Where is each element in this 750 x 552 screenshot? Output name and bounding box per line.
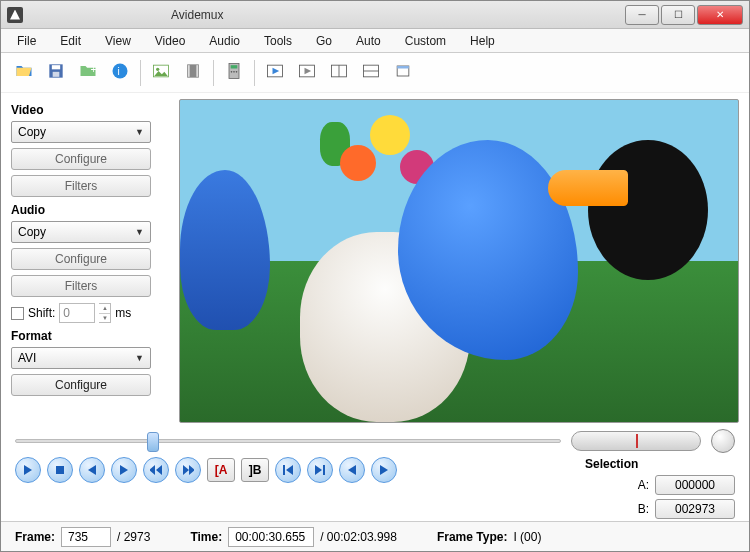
menu-view[interactable]: View <box>95 31 141 51</box>
top-preview-button[interactable] <box>356 58 386 88</box>
frame-total: / 2973 <box>117 530 150 544</box>
svg-rect-10 <box>196 65 198 77</box>
play-button[interactable] <box>15 457 41 483</box>
split-vertical-icon <box>329 61 349 84</box>
svg-rect-25 <box>283 465 285 475</box>
time-label: Time: <box>190 530 222 544</box>
titlebar: Avidemux ─ ☐ ✕ <box>1 1 749 29</box>
picture-save-icon <box>151 61 171 84</box>
svg-text:+: + <box>91 64 97 75</box>
format-value: AVI <box>18 351 36 365</box>
info-icon: i <box>110 61 130 84</box>
video-configure-button[interactable]: Configure <box>11 148 151 170</box>
selection-a-value[interactable]: 000000 <box>655 475 735 495</box>
save-image-button[interactable] <box>146 58 176 88</box>
input-preview-button[interactable] <box>260 58 290 88</box>
audio-codec-select[interactable]: Copy ▼ <box>11 221 151 243</box>
svg-point-7 <box>156 68 159 71</box>
dropdown-arrow-icon: ▼ <box>135 227 144 237</box>
goto-marker-b-button[interactable] <box>307 457 333 483</box>
open-button[interactable] <box>9 58 39 88</box>
svg-rect-9 <box>188 65 190 77</box>
audio-configure-button[interactable]: Configure <box>11 248 151 270</box>
output-preview-button[interactable] <box>292 58 322 88</box>
sidebar: Video Copy ▼ Configure Filters Audio Cop… <box>11 99 171 423</box>
next-keyframe-button[interactable] <box>175 457 201 483</box>
marker-a-icon: [A <box>215 463 228 477</box>
folder-open-icon <box>14 61 34 84</box>
next-frame-button[interactable] <box>111 457 137 483</box>
frametype-label: Frame Type: <box>437 530 507 544</box>
selection-a-label: A: <box>638 478 649 492</box>
selection-b-value[interactable]: 002973 <box>655 499 735 519</box>
format-select[interactable]: AVI ▼ <box>11 347 151 369</box>
separate-preview-button[interactable] <box>388 58 418 88</box>
append-button[interactable]: + <box>73 58 103 88</box>
preview-graphic <box>180 170 270 330</box>
video-preview[interactable] <box>179 99 739 423</box>
frame-label: Frame: <box>15 530 55 544</box>
calculator-button[interactable] <box>219 58 249 88</box>
info-button[interactable]: i <box>105 58 135 88</box>
menu-help[interactable]: Help <box>460 31 505 51</box>
window-icon <box>393 61 413 84</box>
jog-wheel[interactable] <box>571 431 701 451</box>
video-codec-select[interactable]: Copy ▼ <box>11 121 151 143</box>
minimize-button[interactable]: ─ <box>625 5 659 25</box>
reel-save-icon <box>183 61 203 84</box>
audio-filters-button[interactable]: Filters <box>11 275 151 297</box>
close-button[interactable]: ✕ <box>697 5 743 25</box>
save-button[interactable] <box>41 58 71 88</box>
video-filters-button[interactable]: Filters <box>11 175 151 197</box>
menu-edit[interactable]: Edit <box>50 31 91 51</box>
svg-rect-2 <box>53 72 60 77</box>
prev-frame-button[interactable] <box>79 457 105 483</box>
set-marker-b-button[interactable]: ]B <box>241 458 269 482</box>
menu-auto[interactable]: Auto <box>346 31 391 51</box>
menu-audio[interactable]: Audio <box>199 31 250 51</box>
menubar: File Edit View Video Audio Tools Go Auto… <box>1 29 749 53</box>
svg-point-4 <box>113 64 128 79</box>
stop-button[interactable] <box>47 457 73 483</box>
format-configure-button[interactable]: Configure <box>11 374 151 396</box>
timeline-slider[interactable] <box>15 439 561 443</box>
frame-input[interactable]: 735 <box>61 527 111 547</box>
menu-video[interactable]: Video <box>145 31 195 51</box>
save-video-button[interactable] <box>178 58 208 88</box>
marker-b-icon: ]B <box>249 463 262 477</box>
shift-label: Shift: <box>28 306 55 320</box>
audio-section-label: Audio <box>11 203 171 217</box>
time-input[interactable]: 00:00:30.655 <box>228 527 314 547</box>
svg-point-14 <box>233 71 235 73</box>
shift-spinner[interactable]: ▲▼ <box>99 303 111 323</box>
app-icon <box>7 7 23 23</box>
selection-b-label: B: <box>638 502 649 516</box>
menu-custom[interactable]: Custom <box>395 31 456 51</box>
set-marker-a-button[interactable]: [A <box>207 458 235 482</box>
svg-text:i: i <box>118 66 120 77</box>
menu-go[interactable]: Go <box>306 31 342 51</box>
lower-controls: [A ]B Selection A: 000000 B: 002973 <box>1 455 749 521</box>
prev-black-button[interactable] <box>339 457 365 483</box>
goto-marker-a-button[interactable] <box>275 457 301 483</box>
format-section-label: Format <box>11 329 171 343</box>
side-preview-button[interactable] <box>324 58 354 88</box>
shift-checkbox[interactable] <box>11 307 24 320</box>
spin-down-icon: ▼ <box>99 314 110 323</box>
selection-panel: Selection A: 000000 B: 002973 <box>585 457 735 519</box>
shift-input[interactable] <box>59 303 95 323</box>
prev-keyframe-button[interactable] <box>143 457 169 483</box>
svg-rect-24 <box>56 466 64 474</box>
svg-rect-23 <box>397 66 409 69</box>
slider-thumb[interactable] <box>147 432 159 452</box>
video-section-label: Video <box>11 103 171 117</box>
floppy-icon <box>46 61 66 84</box>
menu-tools[interactable]: Tools <box>254 31 302 51</box>
menu-file[interactable]: File <box>7 31 46 51</box>
jog-reset-button[interactable] <box>711 429 735 453</box>
maximize-button[interactable]: ☐ <box>661 5 695 25</box>
next-black-button[interactable] <box>371 457 397 483</box>
status-bar: Frame: 735 / 2973 Time: 00:00:30.655 / 0… <box>1 521 749 551</box>
dropdown-arrow-icon: ▼ <box>135 353 144 363</box>
time-total: / 00:02:03.998 <box>320 530 397 544</box>
